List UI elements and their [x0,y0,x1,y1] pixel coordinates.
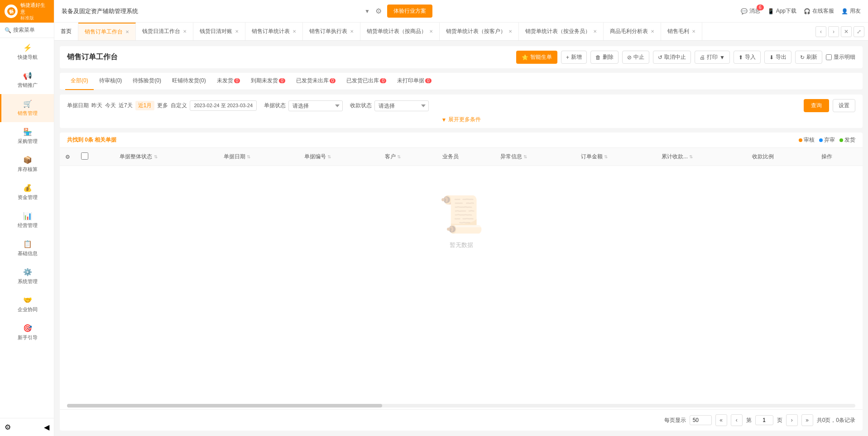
main-area: 装备及固定资产辅助管理系统 ▼ ⚙ 体验行业方案 💬 消息 6 📱 App下载 … [54,0,868,436]
col-checkbox[interactable] [76,148,114,166]
sidebar-item-enterprise[interactable]: 🤝 企业协同 [0,290,54,318]
subtab-pending-review[interactable]: 待审核(0) [94,73,128,90]
sidebar-item-finance[interactable]: 💰 资金管理 [0,178,54,206]
date-range-display[interactable]: 2023-02-24 至 2023-03-24 [190,100,257,111]
shortcut-7days[interactable]: 近7天 [119,102,133,109]
tab-daily-cash[interactable]: 钱货日清工作台 ✕ [136,23,193,41]
sidebar-item-marketing[interactable]: 📢 营销推广 [0,66,54,94]
shortcut-more[interactable]: 更多 [157,102,168,109]
horizontal-scrollbar[interactable] [67,404,855,408]
topbar-dropdown-icon[interactable]: ▼ [364,8,370,14]
topbar-settings-icon[interactable]: ⚙ [375,7,382,15]
tab-sales-by-staff-close[interactable]: ✕ [593,29,597,34]
sidebar-item-basic[interactable]: 📋 基础信息 [0,234,54,262]
user-item[interactable]: 👤 用友 [841,7,861,15]
delete-btn[interactable]: 🗑 删除 [590,51,619,64]
tab-sales-by-staff[interactable]: 销货单统计表（按业务员） ✕ [519,23,604,41]
industry-solution-btn[interactable]: 体验行业方案 [387,5,432,18]
select-all-checkbox[interactable] [81,152,88,160]
tab-sales-workbench-close[interactable]: ✕ [125,29,129,34]
prev-page-btn[interactable]: ‹ [731,414,743,426]
subtab-wangpu-pending[interactable]: 旺铺待发货(0) [167,73,211,90]
per-page-select[interactable]: 50 10 20 100 [690,415,712,425]
tab-sales-exec-close[interactable]: ✕ [350,29,354,34]
print-btn[interactable]: 🖨 打印 ▼ [695,51,730,64]
tab-expand-btn[interactable]: ⤢ [854,26,864,37]
add-btn[interactable]: + 新增 [561,51,587,64]
sidebar-search-item[interactable]: 🔍 搜索菜单 [0,23,54,38]
subtab-overdue-not-shipped[interactable]: 到期未发货0 [245,73,291,90]
sidebar-item-inventory[interactable]: 📦 库存核算 [0,150,54,178]
tab-cash-reconcile-close[interactable]: ✕ [235,29,239,34]
app-download-item[interactable]: 📱 App下载 [767,7,796,15]
horizontal-scroll-thumb[interactable] [67,404,382,408]
pause-btn[interactable]: ⊘ 中止 [622,51,649,64]
tab-sales-workbench[interactable]: 销售订单工作台 ✕ [78,23,136,41]
shortcut-yesterday[interactable]: 昨天 [91,102,102,109]
import-btn[interactable]: ⬆ 导入 [734,51,761,64]
tab-sales-gross-close[interactable]: ✕ [692,29,695,34]
status-sort-icon[interactable]: ⇅ [154,154,158,159]
customer-sort-icon[interactable]: ⇅ [397,154,401,159]
number-sort-icon[interactable]: ⇅ [327,154,331,159]
collapse-icon[interactable]: ◀ [44,423,49,431]
table-settings-col[interactable]: ⚙ [60,148,76,166]
tab-gross-margin[interactable]: 商品毛利分析表 ✕ [604,23,661,41]
subtab-shipped-out[interactable]: 已发货已出库0 [341,73,392,90]
export-btn[interactable]: ⬇ 导出 [764,51,791,64]
review-action-btn[interactable]: 审核 [799,136,815,144]
date-sort-icon[interactable]: ⇅ [247,154,250,159]
tab-sales-by-product-close[interactable]: ✕ [429,29,433,34]
cancel-review-action-btn[interactable]: 弃审 [819,136,835,144]
settings-icon[interactable]: ⚙ [5,423,11,431]
sidebar-item-system[interactable]: ⚙️ 系统管理 [0,262,54,290]
tab-close-all-btn[interactable]: ✕ [841,26,852,37]
tab-sales-by-customer[interactable]: 销货单统计表（按客户） ✕ [440,23,519,41]
query-btn[interactable]: 查询 [804,99,829,112]
tab-next-btn[interactable]: › [828,26,839,37]
message-item[interactable]: 💬 消息 6 [741,7,760,15]
subtab-shipped-not-out[interactable]: 已发货未出库0 [291,73,341,90]
show-detail-checkbox[interactable] [826,54,832,60]
subtab-pending-verify[interactable]: 待拣验货(0) [127,73,167,90]
exception-sort-icon[interactable]: ⇅ [523,154,527,159]
tab-prev-btn[interactable]: ‹ [815,26,826,37]
subtab-not-printed[interactable]: 未打印单据0 [392,73,437,90]
sidebar-item-operations[interactable]: 📊 经营管理 [0,206,54,234]
status-select[interactable]: 请选择 [288,100,343,111]
sidebar-item-sales[interactable]: 🛒 销售管理 [0,94,54,122]
tab-sales-gross[interactable]: 销售毛利 ✕ [661,23,702,41]
smart-create-btn[interactable]: ⭐ 智能生单 [516,51,557,64]
next-page-btn[interactable]: › [786,414,798,426]
sidebar-item-purchase[interactable]: 🏪 采购管理 [0,122,54,150]
subtab-all[interactable]: 全部(0) [65,73,94,90]
collected-sort-icon[interactable]: ⇅ [689,154,693,159]
page-input[interactable] [755,415,773,425]
last-page-btn[interactable]: » [801,414,813,426]
sidebar-item-quicknav[interactable]: ⚡ 快捷导航 [0,38,54,66]
shortcut-1month[interactable]: 近1月 [135,101,155,110]
setting-btn[interactable]: 设置 [833,99,855,112]
ship-action-btn[interactable]: 发货 [839,136,855,144]
show-detail-label[interactable]: 显示明细 [826,53,855,61]
tab-sales-stats-close[interactable]: ✕ [293,29,296,34]
tab-sales-by-product[interactable]: 销货单统计表（按商品） ✕ [360,23,440,41]
first-page-btn[interactable]: « [715,414,727,426]
refresh-btn[interactable]: ↻ 刷新 [795,51,822,64]
tab-home[interactable]: 首页 [54,23,78,41]
tab-cash-reconcile[interactable]: 钱货日清对账 ✕ [193,23,245,41]
subtab-not-shipped[interactable]: 未发货0 [211,73,246,90]
shortcut-today[interactable]: 今天 [105,102,116,109]
tab-sales-stats[interactable]: 销售订单统计表 ✕ [245,23,303,41]
cancel-pause-btn[interactable]: ↺ 取消中止 [653,51,691,64]
tab-gross-margin-close[interactable]: ✕ [651,29,654,34]
online-service-item[interactable]: 🎧 在线客服 [804,7,834,15]
sidebar-item-guide[interactable]: 🎯 新手引导 [0,318,54,346]
tab-sales-exec[interactable]: 销售订单执行表 ✕ [303,23,360,41]
tab-daily-cash-close[interactable]: ✕ [183,29,187,34]
payment-select[interactable]: 请选择 [374,100,429,111]
tab-sales-by-customer-close[interactable]: ✕ [508,29,512,34]
expand-filter-btn[interactable]: ▼ 展开更多条件 [441,116,481,123]
amount-sort-icon[interactable]: ⇅ [604,154,608,159]
shortcut-custom[interactable]: 自定义 [171,102,187,109]
